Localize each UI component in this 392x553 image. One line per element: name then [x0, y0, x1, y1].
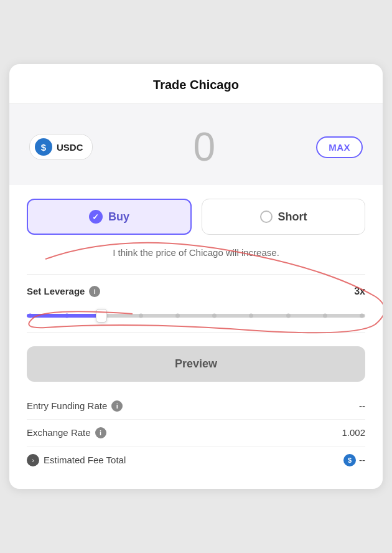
max-button[interactable]: MAX [316, 136, 363, 158]
leverage-slider-container[interactable] [27, 307, 365, 324]
slider-dot-6 [212, 313, 217, 318]
entry-funding-rate-row: Entry Funding Rate i -- [27, 393, 365, 420]
preview-button[interactable]: Preview [27, 346, 365, 382]
slider-dot-9 [323, 313, 327, 318]
trade-hint: I think the price of Chicago will increa… [27, 246, 365, 260]
slider-track [27, 314, 365, 318]
slider-dot-8 [286, 313, 291, 318]
amount-row: $ USDC 0 MAX [9, 104, 383, 185]
amount-display[interactable]: 0 [93, 124, 317, 170]
entry-funding-info-icon[interactable]: i [111, 400, 123, 412]
exchange-rate-row: Exchange Rate i 1.002 [27, 420, 365, 447]
leverage-value: 3x [354, 286, 365, 297]
slider-dots [27, 313, 365, 318]
estimated-fee-value: -- [359, 455, 365, 465]
short-button[interactable]: Short [202, 199, 365, 235]
exchange-rate-value: 1.002 [342, 427, 365, 438]
buy-check-icon: ✓ [89, 210, 103, 224]
buy-button[interactable]: ✓ Buy [27, 199, 192, 235]
short-label: Short [278, 210, 307, 224]
currency-selector[interactable]: $ USDC [29, 134, 93, 160]
slider-thumb[interactable] [96, 309, 107, 323]
slider-dot-5 [175, 313, 180, 318]
leverage-info-icon[interactable]: i [89, 286, 100, 297]
leverage-section: Set Leverage i 3x [27, 274, 365, 333]
trade-type-row: ✓ Buy Short [9, 199, 383, 235]
leverage-label-text: Set Leverage [27, 286, 85, 296]
trade-card: Trade Chicago $ USDC 0 MAX ✓ Buy Short I… [9, 64, 383, 489]
entry-funding-rate-value: -- [359, 400, 365, 411]
currency-label: USDC [57, 142, 83, 153]
estimated-fee-usdc-icon: $ [343, 454, 356, 466]
info-rows: Entry Funding Rate i -- Exchange Rate i … [27, 393, 365, 474]
estimated-fee-value-container: $ -- [343, 454, 365, 466]
estimated-fee-chevron-icon[interactable]: › [27, 454, 39, 466]
exchange-rate-info-icon[interactable]: i [95, 427, 106, 438]
buy-label: Buy [108, 210, 129, 224]
short-radio-icon [260, 210, 273, 223]
slider-dot-1 [28, 313, 32, 318]
exchange-rate-label: Exchange Rate i [27, 427, 106, 438]
slider-dot-2 [65, 313, 69, 318]
slider-dot-10 [360, 313, 364, 318]
estimated-fee-row[interactable]: › Estimated Fee Total $ -- [27, 447, 365, 474]
entry-funding-rate-label: Entry Funding Rate i [27, 400, 123, 412]
slider-dot-4 [139, 313, 143, 318]
leverage-header: Set Leverage i 3x [27, 286, 365, 297]
card-title: Trade Chicago [9, 64, 383, 104]
estimated-fee-label: › Estimated Fee Total [27, 454, 126, 466]
usdc-icon: $ [35, 138, 52, 156]
slider-dot-7 [249, 313, 253, 318]
leverage-label: Set Leverage i [27, 286, 100, 297]
